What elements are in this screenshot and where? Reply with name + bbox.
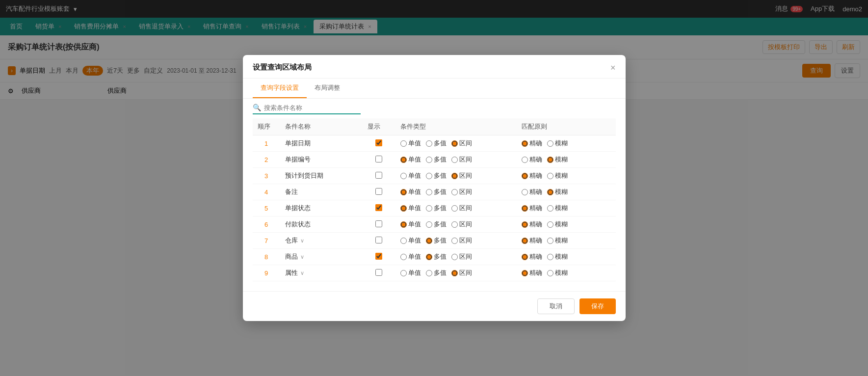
type-option-0-row-5[interactable]: 单值 [400,204,421,213]
dialog-overlay: 设置查询区域布局 × 查询字段设置 布局调整 🔍 [0,0,868,376]
tab-layout-adjust[interactable]: 布局调整 [307,79,348,98]
type-option-1-row-9[interactable]: 多值 [426,269,447,277]
row-display-2[interactable] [363,152,395,168]
type-option-2-row-8[interactable]: 区间 [451,252,472,261]
type-option-2-row-2[interactable]: 区间 [451,155,472,164]
row-display-7[interactable] [363,233,395,249]
th-match: 匹配原则 [517,118,616,135]
row-type-2: 单值多值区间 [395,152,517,168]
type-option-0-row-7[interactable]: 单值 [400,236,421,245]
display-checkbox-7[interactable] [375,237,382,243]
row-order-3: 3 [253,168,280,184]
row-type-3: 单值多值区间 [395,168,517,184]
row-type-7: 单值多值区间 [395,233,517,249]
dropdown-icon[interactable]: ∨ [300,270,304,276]
dropdown-icon[interactable]: ∨ [300,238,304,243]
type-option-1-row-7[interactable]: 多值 [426,236,447,245]
row-type-10: 单值多值区间 [395,281,517,286]
type-option-2-row-1[interactable]: 区间 [451,139,472,148]
type-option-0-row-4[interactable]: 单值 [400,188,421,196]
row-type-8: 单值多值区间 [395,249,517,265]
row-match-2: 精确模糊 [517,152,616,168]
match-option-1-row-8[interactable]: 模糊 [547,252,568,261]
type-option-0-row-8[interactable]: 单值 [400,252,421,261]
match-option-0-row-9[interactable]: 精确 [522,269,542,277]
display-checkbox-3[interactable] [375,172,382,179]
dialog-close-button[interactable]: × [610,63,616,72]
match-option-1-row-10[interactable]: 模糊 [547,285,568,285]
save-button[interactable]: 保存 [579,298,616,314]
match-option-0-row-6[interactable]: 精确 [522,220,542,229]
type-option-1-row-2[interactable]: 多值 [426,155,447,164]
type-option-0-row-10[interactable]: 单值 [400,285,421,285]
type-option-2-row-4[interactable]: 区间 [451,188,472,196]
row-match-10: 精确模糊 [517,281,616,286]
display-checkbox-4[interactable] [375,188,382,195]
type-option-2-row-5[interactable]: 区间 [451,204,472,213]
type-option-0-row-6[interactable]: 单值 [400,220,421,229]
row-type-4: 单值多值区间 [395,184,517,200]
match-option-0-row-10[interactable]: 精确 [522,285,542,285]
match-option-1-row-5[interactable]: 模糊 [547,204,568,213]
match-option-1-row-2[interactable]: 模糊 [547,155,568,164]
row-match-5: 精确模糊 [517,200,616,216]
row-display-8[interactable] [363,249,395,265]
match-option-0-row-3[interactable]: 精确 [522,171,542,180]
display-checkbox-6[interactable] [375,220,382,227]
type-option-2-row-6[interactable]: 区间 [451,220,472,229]
display-checkbox-2[interactable] [375,156,382,162]
settings-table: 顺序 条件名称 显示 条件类型 匹配原则 1单据日期单值多值区间精确模糊2单据编… [253,118,616,285]
type-option-2-row-7[interactable]: 区间 [451,236,472,245]
display-checkbox-10[interactable] [375,285,382,286]
display-checkbox-8[interactable] [375,253,382,260]
row-display-5[interactable] [363,200,395,216]
match-option-0-row-1[interactable]: 精确 [522,139,542,148]
search-input[interactable] [264,104,361,111]
row-display-6[interactable] [363,216,395,233]
match-option-0-row-2[interactable]: 精确 [522,155,542,164]
dropdown-icon[interactable]: ∨ [300,254,304,260]
table-row: 5单据状态单值多值区间精确模糊 [253,200,616,216]
type-option-1-row-8[interactable]: 多值 [426,252,447,261]
match-option-1-row-4[interactable]: 模糊 [547,188,568,196]
type-option-2-row-9[interactable]: 区间 [451,269,472,277]
type-option-0-row-9[interactable]: 单值 [400,269,421,277]
match-option-0-row-5[interactable]: 精确 [522,204,542,213]
type-option-0-row-2[interactable]: 单值 [400,155,421,164]
type-option-1-row-5[interactable]: 多值 [426,204,447,213]
match-option-1-row-7[interactable]: 模糊 [547,236,568,245]
th-type: 条件类型 [395,118,517,135]
table-row: 1单据日期单值多值区间精确模糊 [253,135,616,152]
row-display-1[interactable] [363,135,395,152]
match-option-0-row-7[interactable]: 精确 [522,236,542,245]
row-display-10[interactable] [363,281,395,286]
type-option-0-row-3[interactable]: 单值 [400,171,421,180]
settings-dialog: 设置查询区域布局 × 查询字段设置 布局调整 🔍 [243,55,626,321]
type-option-2-row-10[interactable]: 区间 [451,285,472,285]
match-option-0-row-4[interactable]: 精确 [522,188,542,196]
table-row: 10有无商品图片单值多值区间精确模糊 [253,281,616,286]
type-option-1-row-10[interactable]: 多值 [426,285,447,285]
row-display-4[interactable] [363,184,395,200]
type-option-0-row-1[interactable]: 单值 [400,139,421,148]
type-option-1-row-4[interactable]: 多值 [426,188,447,196]
table-row: 8商品 ∨单值多值区间精确模糊 [253,249,616,265]
match-option-1-row-9[interactable]: 模糊 [547,269,568,277]
display-checkbox-5[interactable] [375,204,382,211]
type-option-1-row-3[interactable]: 多值 [426,171,447,180]
cancel-button[interactable]: 取消 [537,298,575,314]
row-display-9[interactable] [363,265,395,281]
match-option-1-row-1[interactable]: 模糊 [547,139,568,148]
match-option-0-row-8[interactable]: 精确 [522,252,542,261]
tab-query-fields[interactable]: 查询字段设置 [253,79,307,98]
match-option-1-row-6[interactable]: 模糊 [547,220,568,229]
tab-layout-adjust-label: 布局调整 [315,84,340,91]
display-checkbox-1[interactable] [375,139,382,146]
match-option-1-row-3[interactable]: 模糊 [547,171,568,180]
row-display-3[interactable] [363,168,395,184]
row-name-9: 属性 ∨ [280,265,363,281]
type-option-2-row-3[interactable]: 区间 [451,171,472,180]
type-option-1-row-6[interactable]: 多值 [426,220,447,229]
type-option-1-row-1[interactable]: 多值 [426,139,447,148]
display-checkbox-9[interactable] [375,269,382,276]
